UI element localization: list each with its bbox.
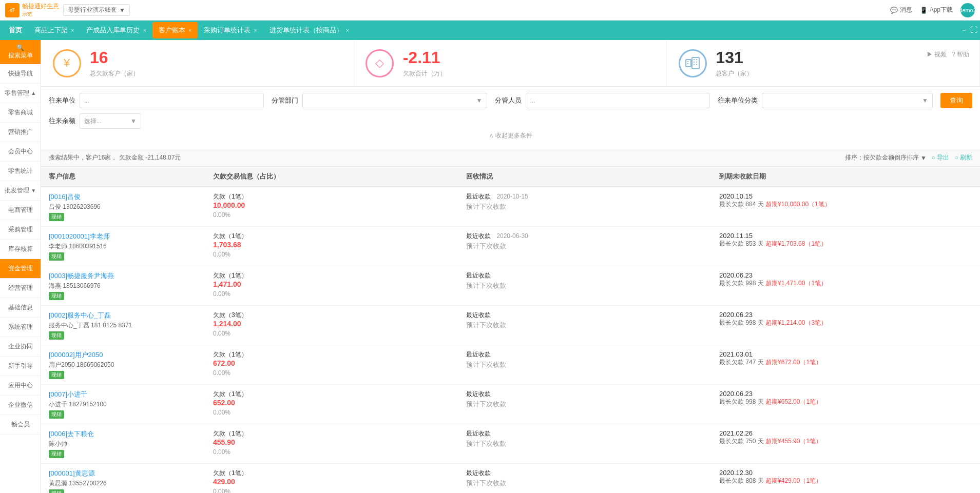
app-download-btn[interactable]: 📱 App下载 bbox=[920, 6, 953, 14]
sidebar-item-app-center[interactable]: 应用中心 bbox=[0, 376, 41, 396]
debt-amount: 1,703.68 bbox=[213, 241, 466, 249]
person-input[interactable]: ... bbox=[526, 93, 710, 108]
sidebar-item-weixin[interactable]: 企业微信 bbox=[0, 396, 41, 415]
close-icon[interactable]: × bbox=[71, 27, 74, 33]
debt-percent: 0.00% bbox=[213, 448, 466, 456]
close-icon[interactable]: × bbox=[143, 27, 146, 33]
minimize-icon[interactable]: － bbox=[960, 26, 968, 35]
refresh-button[interactable]: ○ 刷新 bbox=[954, 153, 972, 162]
tab-produce[interactable]: 产成品入库单历史 × bbox=[80, 22, 152, 38]
close-icon[interactable]: × bbox=[254, 27, 257, 33]
sidebar-item-finance[interactable]: 资金管理 bbox=[0, 259, 41, 279]
svg-rect-6 bbox=[694, 62, 695, 63]
customer-name[interactable]: [0003]畅捷服务尹海燕 bbox=[49, 271, 213, 281]
help-label: 帮助 bbox=[957, 51, 969, 58]
customer-contact: 用户2050 18665062050 bbox=[49, 361, 213, 369]
sidebar-item-label: 零售管理 bbox=[5, 89, 29, 96]
debt-count: 欠款（1笔） bbox=[213, 469, 466, 478]
logo-area: 好 畅捷通好生意 示范 bbox=[5, 2, 59, 18]
sort-button[interactable]: 排序：按欠款金额倒序排序 ▼ bbox=[845, 153, 927, 162]
collection-label: 最近收款 bbox=[466, 311, 491, 319]
export-button[interactable]: ○ 导出 bbox=[932, 153, 950, 162]
customer-tag: 现销 bbox=[49, 292, 64, 300]
tab-home[interactable]: 首页 bbox=[3, 22, 28, 38]
sidebar-item-operation[interactable]: 经营管理 bbox=[0, 279, 41, 298]
avatar[interactable]: demo2 bbox=[960, 3, 975, 17]
debt-percent: 0.00% bbox=[213, 211, 466, 219]
svg-rect-1 bbox=[692, 57, 699, 69]
sidebar-item-member[interactable]: 会员中心 bbox=[0, 142, 41, 162]
svg-rect-5 bbox=[696, 59, 697, 60]
maximize-icon[interactable]: ⛶ bbox=[970, 26, 977, 35]
video-btn[interactable]: ▶ 视频 bbox=[927, 50, 947, 59]
col-header-collection: 回收情况 bbox=[466, 172, 719, 181]
tab-stock[interactable]: 进货单统计表（按商品） × bbox=[263, 22, 355, 38]
sidebar-item-retail-store[interactable]: 零售商城 bbox=[0, 103, 41, 123]
sidebar-item-label: 营销推广 bbox=[8, 128, 33, 135]
tab-purchase[interactable]: 采购订单统计表 × bbox=[198, 22, 263, 38]
table-header: 客户信息 欠款交易信息（占比） 回收情况 到期未收款日期 bbox=[41, 167, 980, 187]
results-right: 排序：按欠款金额倒序排序 ▼ ○ 导出 ○ 刷新 bbox=[845, 153, 972, 162]
sidebar-search[interactable]: 🔍 搜索菜单 bbox=[0, 40, 41, 64]
close-icon[interactable]: × bbox=[346, 27, 349, 33]
balance-select[interactable]: 选择... ▼ bbox=[80, 113, 141, 129]
customer-info-cell: [0001020001]李老师 李老师 18600391516 现销 bbox=[49, 232, 213, 261]
sidebar-item-base-info[interactable]: 基础信息 bbox=[0, 298, 41, 318]
overdue-days: 最长欠款 998 天 超期¥1,214.00（3笔） bbox=[719, 319, 972, 327]
main-content: ¥ 16 总欠款客户（家） ◇ -2.11 欠款合计（万） bbox=[41, 40, 980, 493]
sidebar-item-newbie[interactable]: 新手引导 bbox=[0, 357, 41, 376]
customer-name[interactable]: [0006]去下粮仓 bbox=[49, 429, 213, 439]
customer-name[interactable]: [000002]用户2050 bbox=[49, 350, 213, 360]
due-cell: 2020.11.15 最长欠款 853 天 超期¥1,703.68（1笔） bbox=[719, 232, 972, 248]
balance-label: 往来余额 bbox=[49, 116, 75, 126]
customer-contact: 小进千 18279152100 bbox=[49, 400, 213, 409]
store-selector[interactable]: 母婴行业演示账套 ▼ bbox=[63, 4, 130, 16]
customer-name[interactable]: [0001020001]李老师 bbox=[49, 232, 213, 241]
query-button[interactable]: 查询 bbox=[940, 93, 972, 108]
overdue-amount[interactable]: 超期¥429.00（1笔） bbox=[765, 477, 822, 484]
customer-name[interactable]: [000001]黄思源 bbox=[49, 469, 213, 478]
help-btn[interactable]: ? 帮助 bbox=[952, 50, 969, 59]
overdue-amount[interactable]: 超期¥10,000.00（1笔） bbox=[765, 201, 831, 208]
sidebar-item-marketing[interactable]: 营销推广 bbox=[0, 123, 41, 142]
customer-tag: 现销 bbox=[49, 331, 64, 340]
table-row: [0016]吕俊 吕俊 13026203696 现销 欠款（1笔） 10,000… bbox=[41, 187, 980, 227]
sidebar-item-retail-stats[interactable]: 零售统计 bbox=[0, 162, 41, 181]
filter-area: 往来单位 ... 分管部门 ▼ 分管人员 ... bbox=[41, 87, 980, 149]
tab-customer[interactable]: 客户账本 × bbox=[152, 22, 198, 38]
sidebar-item-label: 畅会员 bbox=[11, 421, 30, 428]
sidebar-item-vip[interactable]: 畅会员 bbox=[0, 415, 41, 435]
sidebar-item-inventory[interactable]: 库存核算 bbox=[0, 240, 41, 259]
top-bar: 好 畅捷通好生意 示范 母婴行业演示账套 ▼ 💬 消息 📱 App下载 demo… bbox=[0, 0, 980, 21]
dept-select[interactable]: ▼ bbox=[302, 93, 487, 108]
sidebar-item-purchase-mgmt[interactable]: 采购管理 bbox=[0, 220, 41, 240]
overdue-amount[interactable]: 超期¥1,214.00（3笔） bbox=[765, 319, 827, 326]
overdue-amount[interactable]: 超期¥455.90（1笔） bbox=[765, 438, 822, 445]
overdue-amount[interactable]: 超期¥1,471.00（1笔） bbox=[765, 280, 827, 287]
collection-cell: 最近收款 预计下次收款 bbox=[466, 271, 719, 290]
sidebar-item-retail-mgmt[interactable]: 零售管理 ▲ bbox=[0, 84, 41, 103]
debt-count: 欠款（1笔） bbox=[213, 232, 466, 241]
overdue-amount[interactable]: 超期¥672.00（1笔） bbox=[765, 359, 822, 366]
filter-dept: 分管部门 ▼ bbox=[272, 93, 487, 108]
collapse-bar[interactable]: ∧ 收起更多条件 bbox=[49, 129, 972, 143]
filter-row-2: 往来余额 选择... ▼ bbox=[49, 113, 972, 129]
debt-cell: 欠款（1笔） 429.00 0.00% bbox=[213, 469, 466, 493]
sidebar-item-ecom[interactable]: 电商管理 bbox=[0, 201, 41, 220]
sidebar-item-batch-mgmt[interactable]: 批发管理 ▼ bbox=[0, 181, 41, 201]
search-icon: 🔍 bbox=[16, 44, 24, 51]
customer-name[interactable]: [0007]小进千 bbox=[49, 390, 213, 399]
customer-name[interactable]: [0002]服务中心_丁磊 bbox=[49, 311, 213, 320]
sidebar-item-enterprise[interactable]: 企业协同 bbox=[0, 337, 41, 357]
sidebar-item-quick-nav[interactable]: 快捷导航 bbox=[0, 64, 41, 84]
svg-rect-4 bbox=[694, 59, 695, 60]
tab-goods[interactable]: 商品上下架 × bbox=[28, 22, 80, 38]
sidebar-item-system[interactable]: 系统管理 bbox=[0, 318, 41, 337]
overdue-amount[interactable]: 超期¥1,703.68（1笔） bbox=[765, 240, 827, 247]
message-btn[interactable]: 💬 消息 bbox=[890, 6, 912, 14]
overdue-amount[interactable]: 超期¥652.00（1笔） bbox=[765, 398, 822, 405]
close-icon[interactable]: × bbox=[188, 27, 191, 33]
customer-name[interactable]: [0016]吕俊 bbox=[49, 192, 213, 202]
source-unit-input[interactable]: ... bbox=[80, 93, 264, 108]
unit-type-select[interactable]: ▼ bbox=[762, 93, 933, 108]
